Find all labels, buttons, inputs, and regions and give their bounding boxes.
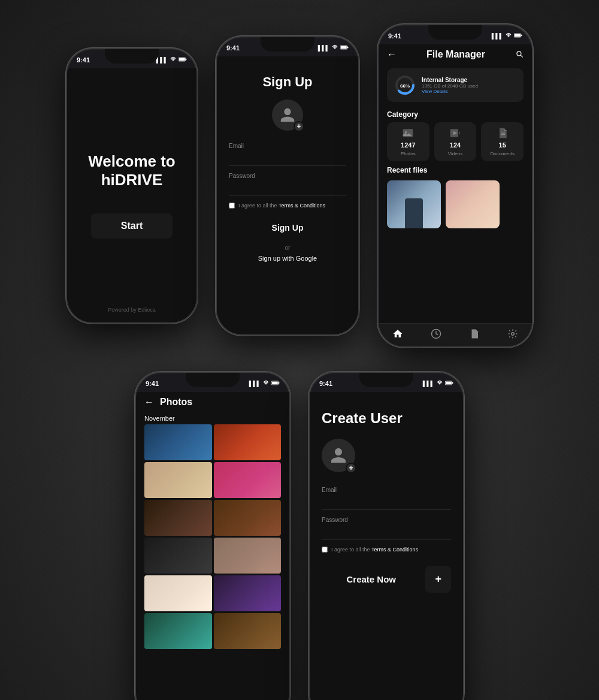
file-manager-phone: 9:41 ▌▌▌ ← File Manager xyxy=(377,24,533,348)
photos-header: ← Photos xyxy=(136,392,289,412)
back-icon[interactable]: ← xyxy=(387,49,397,60)
welcome-phone: 9:41 ▌▌▌ Welcome to h xyxy=(66,48,198,324)
svg-rect-2 xyxy=(179,58,185,61)
create-password-field: Password xyxy=(322,517,451,539)
photo-cell[interactable] xyxy=(144,424,212,460)
plus-button[interactable]: + xyxy=(425,566,451,593)
status-icons: ▌▌▌ xyxy=(318,44,349,52)
create-terms-checkbox[interactable] xyxy=(322,547,328,553)
create-now-button[interactable]: Create Now xyxy=(322,566,420,593)
create-user-title: Create User xyxy=(322,410,451,427)
storage-name: Internal Storage xyxy=(422,77,516,83)
battery-icon xyxy=(514,32,522,40)
documents-label: Documents xyxy=(490,151,514,156)
photos-category[interactable]: 1247 Photos xyxy=(387,122,429,161)
create-btn-row: Create Now + xyxy=(322,566,451,593)
recent-thumb-2[interactable] xyxy=(446,180,500,228)
photo-cell[interactable] xyxy=(144,500,212,536)
svg-point-13 xyxy=(405,131,407,133)
wifi-icon xyxy=(170,56,176,64)
documents-count: 15 xyxy=(499,141,506,149)
photos-count: 1247 xyxy=(401,141,415,149)
photo-cell[interactable] xyxy=(144,613,212,649)
search-icon[interactable] xyxy=(515,50,524,60)
documents-category[interactable]: 15 Documents xyxy=(481,122,524,161)
photo-cell[interactable] xyxy=(144,575,212,611)
svg-rect-1 xyxy=(186,59,187,60)
signal-icon: ▌▌▌ xyxy=(156,57,168,63)
email-input[interactable] xyxy=(229,152,346,165)
storage-card: 66% Internal Storage 1351 GB of 2048 GB … xyxy=(387,68,524,102)
add-avatar-plus[interactable]: + xyxy=(346,463,356,473)
wifi-icon xyxy=(332,44,338,52)
notch xyxy=(105,49,159,64)
photo-cell[interactable] xyxy=(144,538,212,574)
photo-cell[interactable] xyxy=(144,462,212,498)
clock-nav-icon[interactable] xyxy=(431,328,441,342)
photos-phone: 9:41 ▌▌▌ ← Photos November xyxy=(135,372,291,700)
battery-icon xyxy=(179,56,187,64)
terms-checkbox[interactable] xyxy=(229,203,235,209)
photo-grid xyxy=(136,424,289,649)
status-time: 9:41 xyxy=(319,380,332,387)
view-details-link[interactable]: View Details xyxy=(422,89,516,94)
files-nav-icon[interactable] xyxy=(469,328,480,342)
month-label: November xyxy=(136,412,289,424)
settings-nav-icon[interactable] xyxy=(507,328,518,342)
image-icon xyxy=(402,127,414,139)
create-password-input[interactable] xyxy=(322,526,451,539)
google-signup-link[interactable]: Sign up with Google xyxy=(258,255,317,262)
photo-cell[interactable] xyxy=(214,613,282,649)
storage-info: Internal Storage 1351 GB of 2048 GB used… xyxy=(422,77,516,94)
add-avatar-plus[interactable]: + xyxy=(294,121,304,132)
videos-category[interactable]: 124 Videos xyxy=(434,122,477,161)
status-icons: ▌▌▌ xyxy=(423,380,453,387)
status-time: 9:41 xyxy=(388,32,401,40)
terms-text: I agree to all the Terms & Conditions xyxy=(238,203,325,209)
svg-rect-23 xyxy=(272,382,278,384)
create-email-label: Email xyxy=(322,487,451,493)
photo-cell[interactable] xyxy=(214,424,282,460)
password-input[interactable] xyxy=(229,182,346,195)
status-icons: ▌▌▌ xyxy=(156,56,187,64)
start-button[interactable]: Start xyxy=(91,213,173,239)
photo-cell[interactable] xyxy=(214,500,282,536)
photo-cell[interactable] xyxy=(214,462,282,498)
create-terms-row: I agree to all the Terms & Conditions xyxy=(322,547,451,553)
powered-by-text: Powered by Ediioca xyxy=(108,307,156,313)
category-row: 1247 Photos 124 Videos xyxy=(379,122,532,161)
signup-button[interactable]: Sign Up xyxy=(229,217,346,239)
signal-icon: ▌▌▌ xyxy=(423,381,434,387)
video-icon xyxy=(449,127,461,139)
bottom-phone-row: 9:41 ▌▌▌ ← Photos November xyxy=(135,372,464,700)
photos-screen: ← Photos November xyxy=(136,392,289,700)
recent-files-label: Recent files xyxy=(379,161,532,178)
wifi-icon xyxy=(506,32,512,40)
battery-icon xyxy=(340,44,349,52)
storage-used: 1351 GB of 2048 GB used xyxy=(422,83,516,89)
create-email-input[interactable] xyxy=(322,496,451,509)
back-icon[interactable]: ← xyxy=(144,397,154,408)
notch xyxy=(359,373,413,387)
create-terms-text: I agree to all the Terms & Conditions xyxy=(331,547,418,553)
email-field: Email xyxy=(229,143,346,165)
status-time: 9:41 xyxy=(77,56,90,64)
svg-rect-8 xyxy=(515,34,521,37)
svg-rect-5 xyxy=(341,46,347,49)
photo-cell[interactable] xyxy=(214,538,282,574)
wifi-icon xyxy=(437,380,443,387)
create-password-label: Password xyxy=(322,517,451,523)
status-icons: ▌▌▌ xyxy=(492,32,522,40)
create-user-screen: Create User + Email Password xyxy=(310,392,463,700)
recent-files-grid xyxy=(379,178,532,231)
welcome-title: Welcome to hiDRIVE xyxy=(79,152,184,189)
battery-icon xyxy=(271,380,280,387)
home-nav-icon[interactable] xyxy=(392,328,403,342)
battery-icon xyxy=(445,380,453,387)
photos-label: Photos xyxy=(401,151,416,156)
recent-thumb-1[interactable] xyxy=(387,180,441,228)
photo-cell[interactable] xyxy=(214,575,282,611)
storage-donut-chart: 66% xyxy=(394,74,416,96)
notch xyxy=(186,373,240,387)
create-email-field: Email xyxy=(322,487,451,509)
